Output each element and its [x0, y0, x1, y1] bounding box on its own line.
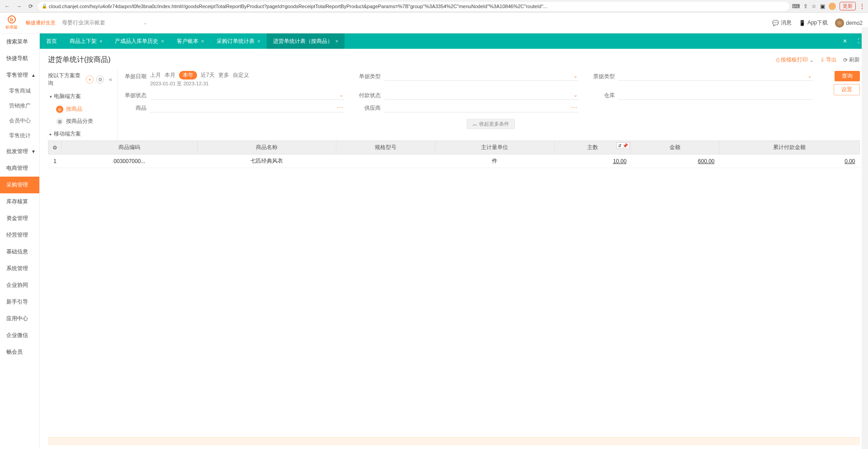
chat-icon: 💬: [772, 20, 779, 26]
sidebar-item[interactable]: 批发管理▼: [0, 143, 39, 160]
refresh-button[interactable]: ⟳刷新: [843, 56, 860, 64]
col-header[interactable]: 主数⇵ 📌: [555, 141, 631, 154]
sidebar-item[interactable]: 资金管理: [0, 210, 39, 227]
close-all-icon[interactable]: ✕: [837, 33, 853, 49]
sidebar-item[interactable]: 基础信息: [0, 243, 39, 260]
col-header[interactable]: 规格型号: [336, 141, 435, 154]
phone-icon: 📱: [799, 20, 806, 26]
print-button[interactable]: ⎙按模板打印⌄: [776, 56, 814, 64]
menu-icon[interactable]: ⋮: [859, 3, 865, 9]
app-download-link[interactable]: 📱App下载: [799, 19, 828, 27]
close-icon[interactable]: ×: [335, 38, 338, 44]
filter-order-type[interactable]: 单据类型 ⌄: [355, 71, 579, 87]
more-icon: ⋯: [571, 104, 578, 111]
sidebar-subitem[interactable]: 零售统计: [0, 128, 39, 143]
date-quick-option[interactable]: 近7天: [201, 71, 215, 79]
translate-icon[interactable]: ⌨: [792, 3, 800, 9]
sidebar-item[interactable]: 系统管理: [0, 260, 39, 277]
sidebar-item[interactable]: 企业协同: [0, 277, 39, 294]
scheme-group[interactable]: ▾电脑端方案: [48, 90, 114, 103]
scheme-settings-button[interactable]: ⚙: [96, 75, 104, 84]
scheme-item[interactable]: ▦按商品分类: [48, 115, 114, 127]
export-icon: ⇩: [820, 57, 825, 63]
filter-pay-status[interactable]: 付款状态 ⌄: [355, 90, 579, 100]
sort-pin-control[interactable]: ⇵ 📌: [616, 142, 630, 149]
close-icon[interactable]: ×: [161, 38, 164, 44]
date-quick-option[interactable]: 本年: [179, 71, 197, 80]
col-header[interactable]: 主计量单位: [435, 141, 555, 154]
close-icon[interactable]: ×: [99, 38, 102, 44]
forward-icon[interactable]: →: [14, 2, 24, 11]
export-button[interactable]: ⇩导出: [820, 56, 837, 64]
date-quick-option[interactable]: 更多: [218, 71, 229, 79]
brand-name: 畅捷通好生意: [26, 19, 56, 26]
tab[interactable]: 产成品入库单历史×: [108, 33, 170, 49]
update-button[interactable]: 更新: [840, 2, 856, 10]
tab[interactable]: 进货单统计表（按商品）×: [267, 33, 344, 49]
sidebar-item[interactable]: 搜索菜单: [0, 33, 39, 50]
reader-icon[interactable]: ▣: [820, 3, 825, 9]
col-header[interactable]: 累计付款金额: [719, 141, 860, 154]
date-quick-option[interactable]: 上月: [150, 71, 161, 79]
scheme-group[interactable]: ▸移动端方案: [48, 127, 114, 140]
filter-ticket-type[interactable]: 票据类型 ⌄: [590, 71, 813, 87]
col-header[interactable]: 金额: [631, 141, 719, 154]
share-icon[interactable]: ⇪: [803, 3, 808, 9]
page-header: 进货单统计(按商品) ⎙按模板打印⌄ ⇩导出 ⟳刷新: [40, 49, 868, 66]
tab[interactable]: 商品上下架×: [63, 33, 108, 49]
filter-goods[interactable]: 商品 ⋯: [121, 103, 344, 112]
sidebar-item[interactable]: 库存核算: [0, 193, 39, 210]
filter-warehouse[interactable]: 仓库: [590, 90, 813, 100]
col-header[interactable]: 商品编码: [62, 141, 198, 154]
col-header[interactable]: ⚙: [48, 141, 62, 154]
refresh-icon: ⟳: [843, 57, 848, 63]
sidebar-item[interactable]: 采购管理: [0, 177, 39, 193]
sidebar-item[interactable]: 零售管理▲: [0, 67, 39, 84]
user-menu[interactable]: demo2: [835, 19, 863, 28]
url-bar[interactable]: 🔒 cloud.chanjet.com/hsy/u4o6r74daqxn/l0f…: [38, 2, 789, 11]
query-button[interactable]: 查询: [835, 71, 860, 81]
chevron-down-icon: ⌄: [807, 73, 812, 79]
lock-icon: 🔒: [42, 4, 47, 9]
sidebar-item[interactable]: 快捷导航: [0, 50, 39, 67]
account-select[interactable]: 母婴行业演示账套: [62, 19, 147, 27]
sidebar-subitem[interactable]: 会员中心: [0, 113, 39, 128]
star-icon[interactable]: ☆: [811, 3, 816, 9]
chevron-up-icon: ︽: [472, 121, 477, 127]
back-icon[interactable]: ←: [3, 2, 12, 11]
sidebar-item[interactable]: 新手引导: [0, 294, 39, 310]
reload-icon[interactable]: ⟳: [26, 2, 35, 11]
col-header[interactable]: 商品名称: [197, 141, 336, 154]
filter-order-status[interactable]: 单据状态 ⌄: [121, 90, 344, 100]
sidebar-item[interactable]: 应用中心: [0, 310, 39, 327]
close-icon[interactable]: ×: [257, 38, 260, 44]
sidebar-item[interactable]: 电商管理: [0, 160, 39, 177]
app-header: b 标准版 畅捷通好生意 母婴行业演示账套 💬消息 📱App下载 demo2: [0, 13, 868, 33]
table-row[interactable]: 1003007000...七匹经典风衣件10.00600.000.00: [48, 154, 860, 168]
tab[interactable]: 客户账本×: [170, 33, 210, 49]
scrollbar-track[interactable]: [862, 27, 868, 449]
sidebar-item[interactable]: 企业微信: [0, 327, 39, 344]
date-quick-option[interactable]: 本月: [165, 71, 175, 79]
filter-supplier[interactable]: 供应商 ⋯: [355, 103, 579, 112]
tabs-bar: 首页商品上下架×产成品入库单历史×客户账本×采购订单统计表×进货单统计表（按商品…: [40, 33, 868, 49]
scheme-item[interactable]: ◎按商品: [48, 103, 114, 115]
close-icon[interactable]: ×: [201, 38, 204, 44]
gear-icon[interactable]: ⚙: [52, 145, 57, 151]
sidebar-item[interactable]: 经营管理: [0, 227, 39, 243]
sidebar-item[interactable]: 畅会员: [0, 344, 39, 360]
collapse-panel-button[interactable]: «: [107, 75, 114, 84]
settings-button[interactable]: 设置: [834, 84, 860, 95]
scheme-panel: 按以下方案查询 + ⚙ « ▾电脑端方案◎按商品▦按商品分类▸移动端方案: [48, 69, 118, 140]
tab[interactable]: 首页: [40, 33, 63, 49]
sidebar-subitem[interactable]: 营销推广: [0, 98, 39, 113]
date-quick-option[interactable]: 自定义: [233, 71, 249, 79]
tab[interactable]: 采购订单统计表×: [210, 33, 266, 49]
date-quick-picks: 上月本月本年近7天更多自定义: [150, 71, 344, 80]
avatar: [835, 19, 844, 28]
collapse-conditions-button[interactable]: ︽收起更多条件: [467, 119, 515, 129]
add-scheme-button[interactable]: +: [86, 75, 94, 84]
messages-link[interactable]: 💬消息: [772, 19, 792, 27]
profile-icon[interactable]: [829, 3, 836, 10]
sidebar-subitem[interactable]: 零售商城: [0, 84, 39, 98]
